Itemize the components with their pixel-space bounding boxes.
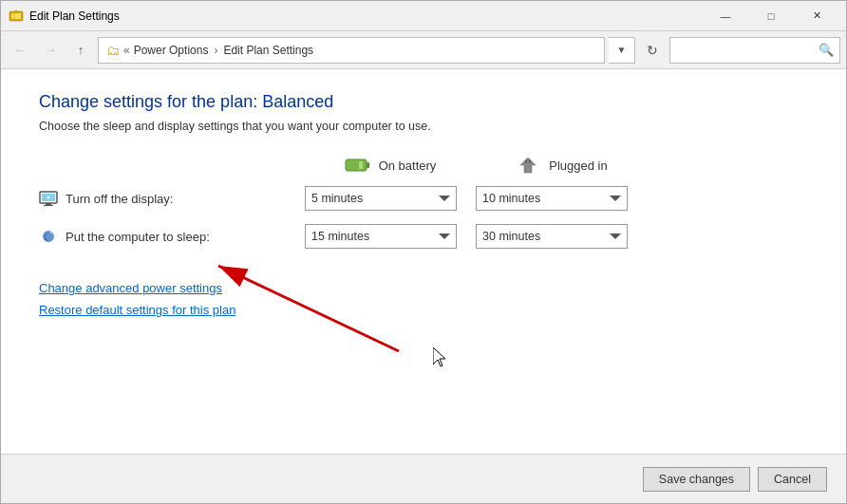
sleep-label-text: Put the computer to sleep:: [66, 230, 210, 244]
display-on-battery-select-wrapper: 1 minute 2 minutes 3 minutes 4 minutes 5…: [305, 186, 476, 211]
folder-icon: 🗂: [106, 43, 120, 58]
address-bar: ← → ↑ 🗂 « Power Options › Edit Plan Sett…: [1, 31, 846, 69]
settings-grid: On battery Plugged in: [39, 156, 808, 262]
forward-button[interactable]: →: [37, 37, 64, 64]
display-plugged-in-select[interactable]: 1 minute 5 minutes 10 minutes 15 minutes…: [476, 186, 628, 211]
svg-point-18: [52, 233, 53, 234]
links-section: Change advanced power settings Restore d…: [39, 281, 808, 317]
header-plugged-in: Plugged in: [476, 156, 647, 175]
address-chevron-button[interactable]: ▼: [609, 37, 635, 64]
window-title: Edit Plan Settings: [29, 9, 704, 23]
svg-rect-9: [525, 159, 527, 163]
display-icon: [39, 189, 58, 208]
up-button[interactable]: ↑: [67, 37, 94, 64]
plan-description: Choose the sleep and display settings th…: [39, 120, 808, 133]
advanced-power-settings-link[interactable]: Change advanced power settings: [39, 281, 808, 295]
svg-rect-7: [348, 161, 359, 169]
battery-icon: [345, 156, 371, 175]
sleep-icon: [39, 227, 58, 246]
restore-default-settings-link[interactable]: Restore default settings for this plan: [39, 303, 808, 317]
breadcrumb-separator: «: [123, 44, 130, 57]
sleep-row: Put the computer to sleep: 1 minute 5 mi…: [39, 224, 808, 249]
search-box[interactable]: 🔍: [669, 37, 840, 64]
display-plugged-in-select-wrapper: 1 minute 5 minutes 10 minutes 15 minutes…: [476, 186, 647, 211]
title-bar: Edit Plan Settings — □ ✕: [1, 1, 846, 31]
header-on-battery: On battery: [305, 156, 476, 175]
on-battery-label: On battery: [379, 159, 437, 173]
display-on-battery-select[interactable]: 1 minute 2 minutes 3 minutes 4 minutes 5…: [305, 186, 457, 211]
plugged-in-label: Plugged in: [549, 159, 607, 173]
sleep-plugged-in-select[interactable]: 10 minutes 15 minutes 20 minutes 25 minu…: [476, 224, 628, 249]
svg-rect-1: [11, 13, 21, 19]
window-icon: [9, 9, 24, 24]
save-changes-button[interactable]: Save changes: [643, 467, 750, 492]
header-empty: [39, 156, 305, 175]
window-controls: — □ ✕: [704, 1, 838, 31]
svg-rect-2: [13, 13, 15, 19]
search-icon: 🔍: [819, 43, 834, 57]
back-button[interactable]: ←: [7, 37, 33, 64]
svg-rect-12: [46, 203, 51, 205]
plan-title: Change settings for the plan: Balanced: [39, 92, 808, 112]
svg-rect-10: [529, 159, 531, 163]
breadcrumb-arrow: ›: [214, 44, 217, 57]
svg-marker-8: [520, 158, 536, 173]
address-path[interactable]: 🗂 « Power Options › Edit Plan Settings: [98, 37, 605, 64]
search-input[interactable]: [676, 44, 819, 57]
settings-header: On battery Plugged in: [39, 156, 808, 175]
sleep-on-battery-select[interactable]: 1 minute 5 minutes 10 minutes 15 minutes…: [305, 224, 457, 249]
sleep-plugged-in-select-wrapper: 10 minutes 15 minutes 20 minutes 25 minu…: [476, 224, 647, 249]
plug-icon: [515, 156, 541, 175]
svg-point-16: [43, 231, 54, 242]
display-label-text: Turn off the display:: [66, 192, 173, 206]
breadcrumb-power-options[interactable]: Power Options: [134, 44, 209, 57]
svg-rect-5: [367, 162, 369, 168]
close-button[interactable]: ✕: [795, 1, 838, 31]
maximize-button[interactable]: □: [749, 1, 793, 31]
cancel-button[interactable]: Cancel: [758, 467, 827, 492]
svg-rect-13: [44, 205, 53, 206]
breadcrumb-edit-plan: Edit Plan Settings: [223, 44, 313, 57]
sleep-on-battery-select-wrapper: 1 minute 5 minutes 10 minutes 15 minutes…: [305, 224, 476, 249]
minimize-button[interactable]: —: [704, 1, 747, 31]
display-label: Turn off the display:: [39, 189, 305, 208]
svg-marker-3: [15, 9, 18, 11]
sleep-label: Put the computer to sleep:: [39, 227, 305, 246]
svg-point-17: [50, 232, 52, 233]
svg-point-15: [47, 196, 50, 199]
bottom-bar: Save changes Cancel: [1, 454, 846, 503]
main-content: Change settings for the plan: Balanced C…: [1, 69, 846, 454]
refresh-button[interactable]: ↻: [639, 37, 666, 64]
display-row: Turn off the display: 1 minute 2 minutes…: [39, 186, 808, 211]
